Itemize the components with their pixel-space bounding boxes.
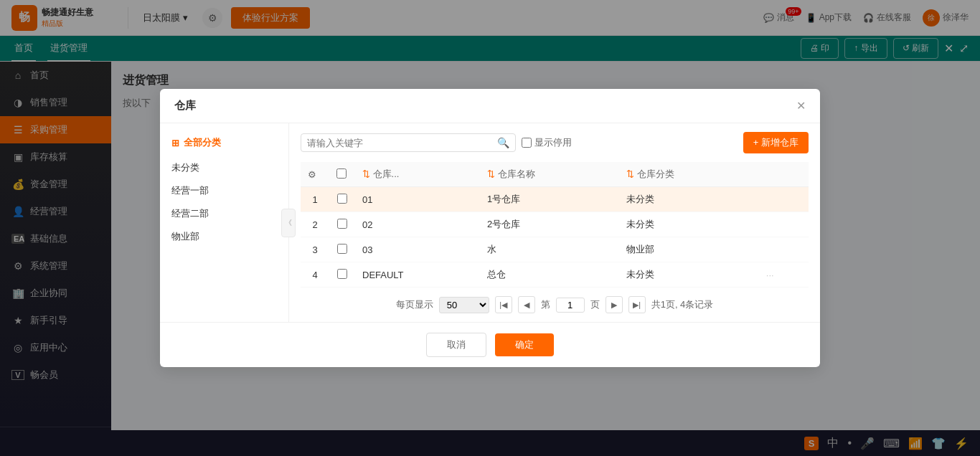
table-row[interactable]: 2 02 2号仓库 未分类	[301, 212, 809, 237]
col-header-action	[759, 162, 809, 187]
row-category-2: 未分类	[619, 212, 758, 237]
cancel-button[interactable]: 取消	[426, 333, 486, 357]
tree-header-label: 全部分类	[184, 136, 221, 149]
total-records: 共1页, 4条记录	[651, 298, 714, 311]
tree-item-property[interactable]: 物业部	[160, 225, 288, 248]
row-category-3: 物业部	[619, 237, 758, 262]
next-page-button[interactable]: ▶	[606, 296, 623, 313]
row-num-3: 3	[301, 237, 329, 262]
pagination: 每页显示 50 100 |◀ ◀ 第 页 ▶ ▶| 共1页, 4条记录	[301, 296, 809, 313]
row-num-4: 4	[301, 262, 329, 288]
col-header-code: ⇅ 仓库...	[355, 162, 480, 187]
table-header-row: ⚙ ⇅ 仓库... ⇅ 仓库名称 ⇅	[301, 162, 809, 187]
table-row[interactable]: 3 03 水 物业部	[301, 237, 809, 262]
show-disabled-checkbox[interactable]	[522, 138, 532, 148]
tree-item-ops1[interactable]: 经营一部	[160, 179, 288, 202]
select-all-checkbox[interactable]	[336, 168, 347, 179]
row-name-3: 水	[480, 237, 619, 262]
modal-body: ⊞ 全部分类 未分类 经营一部 经营二部 物业部 《	[160, 123, 820, 322]
col-header-category: ⇅ 仓库分类	[619, 162, 758, 187]
row-check-2[interactable]	[329, 212, 355, 237]
tree-collapse-button[interactable]: 《	[281, 209, 296, 237]
warehouse-modal: 仓库 ✕ ⊞ 全部分类 未分类 经营一部 经营二部	[160, 89, 820, 367]
search-icon[interactable]: 🔍	[497, 137, 509, 148]
row-checkbox-4[interactable]	[337, 269, 347, 279]
table-panel: 🔍 显示停用 + 新增仓库 ⚙ ⇅	[289, 123, 820, 322]
row-code-3: 03	[355, 237, 480, 262]
table-row[interactable]: 4 DEFAULT 总仓 未分类 ···	[301, 262, 809, 288]
row-category-1: 未分类	[619, 187, 758, 212]
row-checkbox-2[interactable]	[337, 219, 347, 229]
modal-close-button[interactable]: ✕	[796, 99, 806, 113]
tree-header[interactable]: ⊞ 全部分类	[160, 132, 288, 156]
confirm-button[interactable]: 确定	[495, 333, 554, 356]
modal-title: 仓库	[174, 99, 196, 113]
modal-overlay[interactable]: 仓库 ✕ ⊞ 全部分类 未分类 经营一部 经营二部	[0, 0, 980, 456]
row-action-3	[759, 237, 809, 262]
show-disabled-label[interactable]: 显示停用	[522, 136, 572, 149]
row-checkbox-1[interactable]	[337, 194, 347, 204]
tree-item-uncategorized[interactable]: 未分类	[160, 156, 288, 179]
row-action-2	[759, 212, 809, 237]
warehouse-table: ⚙ ⇅ 仓库... ⇅ 仓库名称 ⇅	[301, 162, 809, 288]
search-box[interactable]: 🔍	[301, 133, 516, 152]
row-name-4: 总仓	[480, 262, 619, 288]
tree-grid-icon: ⊞	[171, 138, 179, 148]
sort-icon-code: ⇅	[362, 168, 370, 179]
row-action-4: ···	[759, 262, 809, 288]
row-category-4: 未分类	[619, 262, 758, 288]
new-warehouse-button[interactable]: + 新增仓库	[743, 132, 809, 153]
row-code-1: 01	[355, 187, 480, 212]
row-name-1: 1号仓库	[480, 187, 619, 212]
sort-icon-name: ⇅	[487, 168, 495, 179]
col-header-gear: ⚙	[301, 162, 329, 187]
modal-header: 仓库 ✕	[160, 89, 820, 123]
col-header-check	[329, 162, 355, 187]
row-check-1[interactable]	[329, 187, 355, 212]
modal-footer: 取消 确定	[160, 322, 820, 367]
row-num-2: 2	[301, 212, 329, 237]
row-check-4[interactable]	[329, 262, 355, 288]
row-num-1: 1	[301, 187, 329, 212]
page-number-input[interactable]	[556, 298, 585, 313]
row-action-1	[759, 187, 809, 212]
row-checkbox-3[interactable]	[337, 244, 347, 254]
sort-icon-category: ⇅	[626, 168, 634, 179]
search-input[interactable]	[307, 138, 494, 148]
prev-page-button[interactable]: ◀	[518, 296, 535, 313]
page-label: 第	[541, 298, 550, 311]
category-tree-panel: ⊞ 全部分类 未分类 经营一部 经营二部 物业部 《	[160, 123, 289, 322]
row-check-3[interactable]	[329, 237, 355, 262]
last-page-button[interactable]: ▶|	[628, 296, 646, 313]
page-suffix: 页	[590, 298, 600, 311]
first-page-button[interactable]: |◀	[495, 296, 512, 313]
row-name-2: 2号仓库	[480, 212, 619, 237]
row-code-4: DEFAULT	[355, 262, 480, 288]
per-page-label: 每页显示	[396, 298, 433, 311]
row-code-2: 02	[355, 212, 480, 237]
col-header-name: ⇅ 仓库名称	[480, 162, 619, 187]
table-row[interactable]: 1 01 1号仓库 未分类	[301, 187, 809, 212]
table-toolbar: 🔍 显示停用 + 新增仓库	[301, 132, 809, 153]
per-page-select[interactable]: 50 100	[439, 297, 489, 313]
tree-item-ops2[interactable]: 经营二部	[160, 202, 288, 225]
